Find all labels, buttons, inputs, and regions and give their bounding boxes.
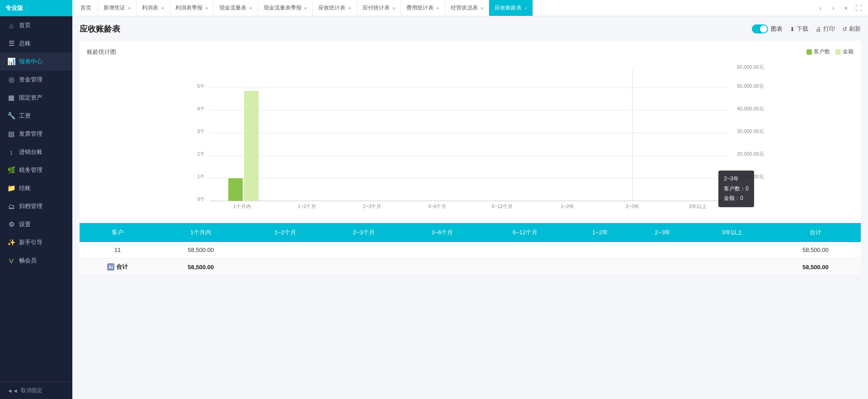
tab-close-ar-aging[interactable]: ×: [524, 5, 527, 11]
col-m7: 2~3年: [632, 223, 694, 242]
sidebar-item-close-account[interactable]: 📁 结账: [0, 179, 72, 197]
tab-close-cashflow[interactable]: ×: [249, 5, 252, 11]
total-m3: [325, 258, 403, 276]
print-btn[interactable]: 🖨 打印: [816, 25, 835, 33]
tab-ar-stat[interactable]: 应收统计表 ×: [313, 0, 357, 16]
col-m2: 1~2个月: [246, 223, 325, 242]
tab-label-cashflow-quarter: 现金流量表季报: [264, 4, 302, 12]
total-m5: [481, 258, 569, 276]
svg-text:4个: 4个: [197, 106, 205, 111]
tab-prev-btn[interactable]: ‹: [815, 2, 826, 14]
sidebar-label-archive: 归档管理: [19, 202, 42, 210]
total-m8: [694, 258, 770, 276]
sidebar-item-guide[interactable]: ✨ 新手引导: [0, 233, 72, 252]
tab-ar-aging[interactable]: 应收账龄表 ×: [489, 0, 533, 16]
total-m7: [632, 258, 694, 276]
collapse-icon: ◄◄: [7, 388, 18, 394]
table-header-row: 客户 1个月内 1~2个月 2~3个月 3~6个月 6~12个月 1~2年 2~…: [80, 223, 861, 242]
tab-fullscreen-btn[interactable]: ⛶: [853, 2, 864, 14]
page-header: 应收账龄表 图表 ⬇ 下载 🖨 打印 ↺ 刷新: [80, 24, 861, 34]
legend-customers: 客户数: [807, 48, 830, 56]
tab-biz-status[interactable]: 经营状况表 ×: [445, 0, 489, 16]
tab-cashflow[interactable]: 现金流量表 ×: [214, 0, 258, 16]
sidebar-item-inventory[interactable]: ↕ 进销台账: [0, 143, 72, 161]
cell-m4-0: [403, 242, 481, 258]
tab-profit-quarter[interactable]: 利润表季报 ×: [170, 0, 214, 16]
sidebar-item-member[interactable]: V 畅会员: [0, 252, 72, 270]
tab-home[interactable]: 首页: [74, 0, 98, 16]
sidebar-item-invoice[interactable]: ▤ 发票管理: [0, 125, 72, 143]
sidebar-logo: 专业版: [0, 0, 72, 16]
sidebar-item-ledger[interactable]: ☰ 总账: [0, 34, 72, 52]
total-m1: 58,500.00: [156, 258, 246, 276]
tab-close-all-btn[interactable]: ×: [840, 2, 852, 14]
tab-close-biz-status[interactable]: ×: [481, 5, 483, 11]
legend-customers-label: 客户数: [814, 48, 830, 56]
sidebar-item-settings[interactable]: ⚙ 设置: [0, 215, 72, 233]
main-area: 首页 新增凭证 × 利润表 × 利润表季报 × 现金流量表 × 现金流量表季报 …: [72, 0, 868, 399]
xlabel-m1: 1个月内: [233, 204, 250, 209]
col-m1: 1个月内: [156, 223, 246, 242]
tab-close-profit-quarter[interactable]: ×: [205, 5, 208, 11]
sidebar-item-funds[interactable]: ◎ 资金管理: [0, 71, 72, 89]
header-actions: 图表 ⬇ 下载 🖨 打印 ↺ 刷新: [752, 24, 861, 33]
invoice-icon: ▤: [7, 130, 15, 138]
total-label-wrap: Ai 合计: [83, 263, 152, 271]
xlabel-m7: 2~3年: [626, 204, 639, 209]
sidebar-label-salary: 工资: [19, 112, 31, 120]
tab-ap-stat[interactable]: 应付统计表 ×: [357, 0, 401, 16]
print-icon: 🖨: [816, 26, 821, 33]
cell-m2-0: [246, 242, 325, 258]
assets-icon: ▦: [7, 94, 15, 102]
bar-m1-customers: [228, 178, 243, 201]
funds-icon: ◎: [7, 76, 15, 84]
svg-text:5个: 5个: [197, 83, 205, 89]
chart-toggle-wrap[interactable]: 图表: [752, 24, 783, 33]
svg-text:50,000.00元: 50,000.00元: [737, 83, 764, 89]
svg-text:0个: 0个: [197, 196, 205, 202]
total-icon: Ai: [107, 263, 114, 271]
inventory-icon: ↕: [7, 148, 15, 156]
tab-next-btn[interactable]: ›: [827, 2, 839, 14]
sidebar-item-assets[interactable]: ▦ 固定资产: [0, 89, 72, 107]
sidebar-item-home[interactable]: ⌂ 首页: [0, 16, 72, 34]
total-label-cell: Ai 合计: [80, 258, 156, 276]
cell-m1-0: 58,500.00: [156, 242, 246, 258]
sidebar-item-archive[interactable]: 🗂 归档管理: [0, 197, 72, 215]
sidebar-collapse-btn[interactable]: ◄◄ 取消固定: [0, 382, 72, 399]
reports-icon: 📊: [7, 57, 15, 66]
tab-profit[interactable]: 利润表 ×: [137, 0, 170, 16]
legend-amount: 金额: [835, 48, 854, 56]
chart-toggle-label: 图表: [771, 25, 783, 33]
tab-label-profit-quarter: 利润表季报: [175, 4, 203, 12]
sidebar-item-reports[interactable]: 📊 报表中心: [0, 52, 72, 71]
tab-close-cashflow-quarter[interactable]: ×: [304, 5, 307, 11]
sidebar-label-funds: 资金管理: [19, 76, 42, 84]
chart-svg-wrapper: 0个 1个 2个 3个 4个 5个 0元 10,000.00元 20,000.0…: [87, 61, 854, 216]
sidebar: 专业版 ⌂ 首页 ☰ 总账 📊 报表中心 ◎ 资金管理 ▦ 固定资产 🔧 工资 …: [0, 0, 72, 399]
sidebar-item-salary[interactable]: 🔧 工资: [0, 107, 72, 125]
tab-label-ap-stat: 应付统计表: [363, 4, 390, 12]
member-icon: V: [7, 257, 15, 265]
tab-expense[interactable]: 费用统计表 ×: [401, 0, 445, 16]
tab-close-voucher[interactable]: ×: [128, 5, 131, 11]
sidebar-item-tax[interactable]: 🌿 税务管理: [0, 161, 72, 179]
tab-voucher[interactable]: 新增凭证 ×: [98, 0, 137, 16]
ledger-icon: ☰: [7, 39, 15, 48]
chart-toggle[interactable]: [752, 24, 768, 33]
refresh-label: 刷新: [849, 25, 861, 33]
tab-close-ar-stat[interactable]: ×: [348, 5, 351, 11]
refresh-btn[interactable]: ↺ 刷新: [842, 25, 861, 33]
legend-amount-dot: [835, 49, 841, 55]
cell-m6-0: [569, 242, 631, 258]
col-m6: 1~2年: [569, 223, 631, 242]
tab-close-profit[interactable]: ×: [161, 5, 164, 11]
svg-text:2个: 2个: [197, 151, 205, 157]
sidebar-label-tax: 税务管理: [19, 166, 42, 174]
tab-close-expense[interactable]: ×: [436, 5, 439, 11]
tab-cashflow-quarter[interactable]: 现金流量表季报 ×: [258, 0, 313, 16]
cell-m8-0: [694, 242, 770, 258]
tab-close-ap-stat[interactable]: ×: [392, 5, 395, 11]
cell-m7-0: [632, 242, 694, 258]
download-btn[interactable]: ⬇ 下载: [790, 25, 808, 33]
